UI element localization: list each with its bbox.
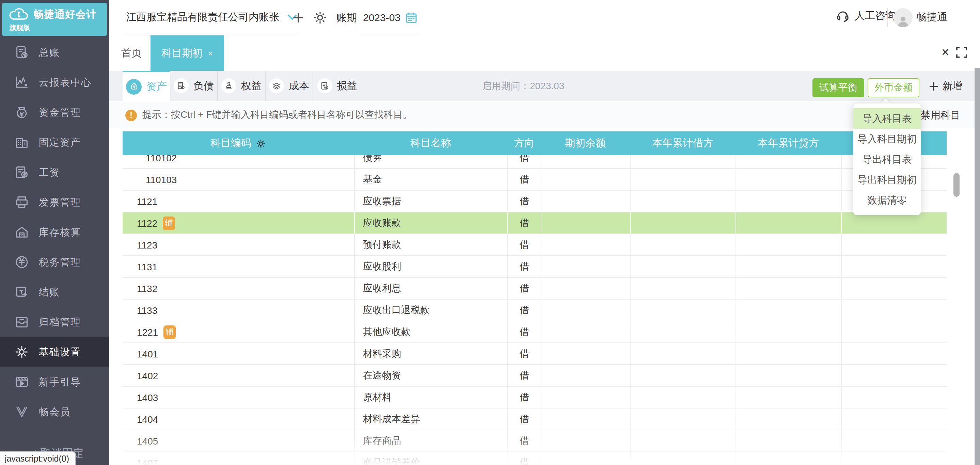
trial-balance-label: 试算平衡	[819, 82, 858, 94]
company-name: 江西服宝精品有限责任公司内账张	[126, 11, 279, 24]
cell-direction: 借	[508, 234, 541, 255]
foreign-currency-button[interactable]: 外币金额	[868, 78, 920, 97]
table-row[interactable]: 1404 材料成本差异 借	[123, 408, 947, 430]
cell-direction: 借	[508, 321, 541, 343]
table-row[interactable]: 1401 材料采购 借	[123, 343, 947, 365]
dropdown-item-4[interactable]: 数据清零	[853, 190, 921, 210]
add-account-button[interactable]	[291, 11, 305, 24]
cell-ytd-debit	[630, 234, 735, 255]
cell-code: 1123	[123, 234, 354, 255]
subtab-cost[interactable]: 成本	[266, 71, 313, 101]
cell-opening-balance	[541, 343, 630, 364]
table-row[interactable]: 1121 应收票据 借	[123, 190, 947, 213]
dropdown-item-1[interactable]: 导入科目期初	[853, 129, 921, 149]
cell-ytd-debit	[630, 343, 735, 364]
table-row[interactable]: 1407 商品进销差价 借	[123, 452, 947, 465]
sidebar-item-invoices[interactable]: 发票管理	[0, 187, 109, 217]
subtab-equity[interactable]: 权益	[218, 71, 266, 101]
trial-balance-button[interactable]: 试算平衡	[813, 78, 864, 97]
sidebar-item-label: 总账	[39, 46, 60, 59]
cell-direction: 借	[508, 387, 541, 408]
cell-name: 库存商品	[354, 430, 508, 451]
table-row[interactable]: 1122辅 应收账款 借	[123, 213, 947, 234]
cell-direction: 借	[508, 343, 541, 364]
add-button[interactable]: 新增	[929, 80, 962, 93]
column-header-1[interactable]: 科目名称	[354, 132, 508, 155]
fullscreen-icon[interactable]	[956, 46, 968, 59]
table-row[interactable]: 1132 应收利息 借	[123, 278, 947, 300]
table-row[interactable]: 1402 在途物资 借	[123, 365, 947, 387]
subtab-assets[interactable]: 资产	[123, 71, 170, 101]
sidebar-item-inventory[interactable]: 库存核算	[0, 217, 109, 247]
sidebar-item-basic-settings[interactable]: 基础设置	[0, 337, 109, 367]
subtab-liabilities[interactable]: 负债	[170, 71, 218, 101]
brand-logo[interactable]: 畅捷通好会计 旗舰版	[2, 3, 107, 36]
sidebar: 畅捷通好会计 旗舰版 总账 云报表中心 资金管理 固定资产 工资 发票管理 库存…	[0, 0, 109, 465]
tab-close-icon[interactable]: ×	[208, 48, 213, 58]
cell-code: 1133	[123, 300, 354, 321]
sidebar-item-archive[interactable]: 归档管理	[0, 307, 109, 337]
column-header-0[interactable]: 科目编码	[123, 132, 354, 155]
cell-ytd-debit	[630, 213, 735, 233]
cell-ytd-credit	[735, 278, 841, 299]
tab-subject-opening[interactable]: 科目期初 ×	[151, 35, 224, 71]
sidebar-item-member[interactable]: 畅会员	[0, 397, 109, 427]
page-scrollbar[interactable]	[975, 68, 980, 465]
cell-ytd-credit	[735, 321, 841, 343]
dropdown-item-0[interactable]: 导入科目表	[853, 108, 921, 129]
human-support-button[interactable]: 人工咨询	[836, 10, 896, 22]
table-row[interactable]: 1131 应收股利 借	[123, 256, 947, 278]
equity-icon	[221, 78, 236, 93]
column-header-2[interactable]: 方向	[508, 132, 541, 155]
add-label: 新增	[943, 80, 962, 93]
cell-code: 1132	[123, 278, 354, 299]
period-selector[interactable]: 2023-03	[360, 0, 420, 35]
dropdown-item-2[interactable]: 导出科目表	[853, 149, 921, 170]
table-row[interactable]: 1123 预付账款 借	[123, 234, 947, 256]
sidebar-item-general-ledger[interactable]: 总账	[0, 37, 109, 67]
table-row[interactable]: 110102 债券 借	[123, 155, 947, 169]
subtab-profit-loss[interactable]: 损益	[313, 71, 361, 101]
table-row[interactable]: 1403 原材料 借	[123, 387, 947, 408]
cell-code: 1221辅	[123, 321, 354, 343]
close-icon[interactable]: ×	[938, 45, 953, 60]
column-header-3[interactable]: 期初余额	[541, 132, 630, 155]
sidebar-item-beginner-guide[interactable]: 新手引导	[0, 367, 109, 397]
username[interactable]: 畅捷通	[917, 11, 947, 24]
cell-name: 在途物资	[354, 365, 508, 386]
table-row[interactable]: 110103 基金 借	[123, 169, 947, 190]
foreign-currency-label: 外币金额	[875, 82, 913, 94]
subtab-label: 成本	[289, 79, 309, 92]
cell-name: 材料成本差异	[354, 408, 508, 430]
cell-name: 应收账款	[354, 213, 508, 233]
asset-icon	[126, 79, 142, 94]
sidebar-item-funds[interactable]: 资金管理	[0, 97, 109, 127]
cell-opening-balance	[541, 365, 630, 386]
table-row[interactable]: 1133 应收出口退税款 借	[123, 300, 947, 321]
disable-subject-button[interactable]: 禁用科目	[921, 109, 960, 122]
cell-ytd-credit	[735, 213, 841, 233]
column-header-5[interactable]: 本年累计贷方	[735, 132, 841, 155]
sidebar-item-closing[interactable]: 结账	[0, 277, 109, 307]
table-row[interactable]: 1405 库存商品 借	[123, 430, 947, 452]
tax-icon	[14, 255, 29, 270]
sidebar-item-label: 库存核算	[39, 226, 81, 239]
sidebar-item-tax[interactable]: 税务管理	[0, 247, 109, 277]
subtab-label: 损益	[337, 79, 357, 92]
user-avatar[interactable]	[894, 8, 913, 27]
cell-ytd-debit	[630, 452, 735, 465]
sidebar-item-payroll[interactable]: 工资	[0, 157, 109, 187]
company-selector[interactable]: 江西服宝精品有限责任公司内账张	[123, 0, 300, 35]
dropdown-item-3[interactable]: 导出科目期初	[853, 170, 921, 190]
account-settings-gear-icon[interactable]	[313, 10, 328, 25]
column-settings-gear-icon[interactable]	[255, 138, 266, 149]
sidebar-item-fixed-assets[interactable]: 固定资产	[0, 127, 109, 157]
cell-extra	[841, 321, 947, 343]
column-header-4[interactable]: 本年累计借方	[630, 132, 735, 155]
table-scrollbar-thumb[interactable]	[953, 173, 959, 197]
sidebar-item-cloud-reports[interactable]: 云报表中心	[0, 67, 109, 97]
tab-home[interactable]: 首页	[112, 35, 151, 71]
cell-code: 1131	[123, 256, 354, 277]
sidebar-item-label: 税务管理	[39, 256, 81, 268]
table-row[interactable]: 1221辅 其他应收款 借	[123, 321, 947, 343]
